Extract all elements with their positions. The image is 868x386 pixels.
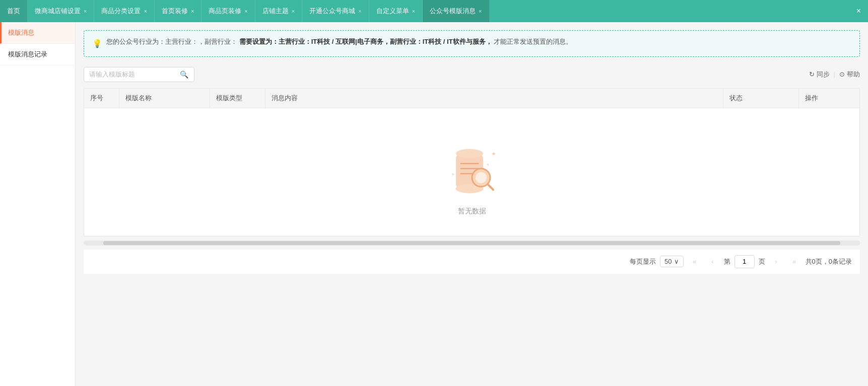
svg-text:✦: ✦ — [486, 163, 490, 167]
tab-wechat-shop[interactable]: 微商城店铺设置 × — [28, 0, 94, 22]
svg-line-9 — [488, 184, 493, 190]
svg-point-8 — [476, 172, 487, 183]
sidebar-item-template-message[interactable]: 模版消息 — [0, 22, 75, 44]
search-input[interactable] — [89, 70, 180, 78]
notice-icon: 💡 — [92, 37, 102, 50]
search-actions: ↻ 同步 | ⊙ 帮助 — [809, 70, 860, 79]
search-input-wrap[interactable]: 🔍 — [84, 67, 194, 82]
tab-template-msg[interactable]: 公众号模版消息 × — [423, 0, 489, 22]
table: 序号 模版名称 模版类型 消息内容 状态 操作 — [84, 88, 860, 237]
table-header: 序号 模版名称 模版类型 消息内容 状态 操作 — [84, 89, 859, 108]
notice-banner: 💡 您的公众号行业为：主营行业：，副营行业： 需要设置为：主营行业：IT科技 /… — [84, 30, 860, 57]
notice-text: 您的公众号行业为：主营行业：，副营行业： 需要设置为：主营行业：IT科技 / 互… — [106, 37, 572, 47]
th-status: 状态 — [723, 89, 799, 108]
page-suffix: 页 — [759, 257, 765, 266]
tab-custom-menu[interactable]: 自定义菜单 × — [369, 0, 423, 22]
page-number-input[interactable] — [735, 255, 755, 268]
close-tab-template-msg[interactable]: × — [479, 8, 482, 14]
per-page-select[interactable]: 50 ∨ — [660, 256, 683, 267]
sidebar-item-template-record[interactable]: 模版消息记录 — [0, 44, 75, 65]
horizontal-scrollbar[interactable] — [84, 241, 860, 246]
tab-open-mall[interactable]: 开通公众号商城 × — [302, 0, 369, 22]
tab-home[interactable]: 首页 — [0, 0, 28, 22]
help-icon: ⊙ — [839, 70, 845, 78]
page-prefix: 第 — [724, 257, 730, 266]
close-tab-product-category[interactable]: × — [144, 8, 147, 14]
divider: | — [834, 70, 835, 78]
chevron-down-icon: ∨ — [674, 258, 679, 265]
tab-store-theme[interactable]: 店铺主题 × — [255, 0, 302, 22]
empty-text: 暂无数据 — [458, 207, 486, 216]
th-action: 操作 — [799, 89, 859, 108]
svg-point-2 — [456, 149, 483, 158]
sidebar: 模版消息 模版消息记录 — [0, 22, 76, 386]
empty-illustration: ✦ ✦ ✦ — [442, 138, 502, 199]
pagination: 每页显示 50 ∨ « ‹ 第 页 › » 共0页，0条记录 — [84, 250, 860, 274]
close-tab-open-mall[interactable]: × — [358, 8, 361, 14]
sync-icon: ↻ — [809, 70, 815, 78]
close-tab-store-theme[interactable]: × — [292, 8, 295, 14]
help-button[interactable]: ⊙ 帮助 — [839, 70, 860, 79]
tab-product-category[interactable]: 商品分类设置 × — [94, 0, 154, 22]
tab-home-decor[interactable]: 首页装修 × — [155, 0, 202, 22]
th-type: 模版类型 — [210, 89, 265, 108]
content-area: 💡 您的公众号行业为：主营行业：，副营行业： 需要设置为：主营行业：IT科技 /… — [76, 22, 868, 386]
th-index: 序号 — [84, 89, 119, 108]
per-page-label: 每页显示 — [630, 257, 656, 266]
search-button[interactable]: 🔍 — [180, 70, 188, 79]
close-tab-home-decor[interactable]: × — [191, 8, 194, 14]
th-name: 模版名称 — [119, 89, 210, 108]
next-page-button[interactable]: › — [769, 255, 783, 269]
prev-page-button[interactable]: ‹ — [706, 255, 720, 269]
close-tab-custom-menu[interactable]: × — [412, 8, 415, 14]
close-tab-product-decor[interactable]: × — [244, 8, 247, 14]
empty-state: ✦ ✦ ✦ 暂无数据 — [84, 108, 859, 236]
close-all-tabs-button[interactable]: × — [849, 7, 868, 16]
top-nav: 首页 微商城店铺设置 × 商品分类设置 × 首页装修 × 商品页装修 × 店铺主… — [0, 0, 868, 22]
th-content: 消息内容 — [265, 89, 723, 108]
per-page-value: 50 — [664, 258, 672, 265]
sync-button[interactable]: ↻ 同步 — [809, 70, 830, 79]
main-layout: 模版消息 模版消息记录 💡 您的公众号行业为：主营行业：，副营行业： 需要设置为… — [0, 22, 868, 386]
page-total: 共0页，0条记录 — [806, 257, 852, 266]
scrollbar-thumb[interactable] — [103, 241, 841, 245]
tab-product-decor[interactable]: 商品页装修 × — [202, 0, 255, 22]
svg-text:✦: ✦ — [451, 172, 455, 177]
last-page-button[interactable]: » — [787, 255, 802, 269]
close-tab-wechat-shop[interactable]: × — [84, 8, 87, 14]
svg-text:✦: ✦ — [491, 150, 496, 158]
first-page-button[interactable]: « — [688, 255, 702, 269]
search-bar: 🔍 ↻ 同步 | ⊙ 帮助 — [84, 67, 860, 82]
